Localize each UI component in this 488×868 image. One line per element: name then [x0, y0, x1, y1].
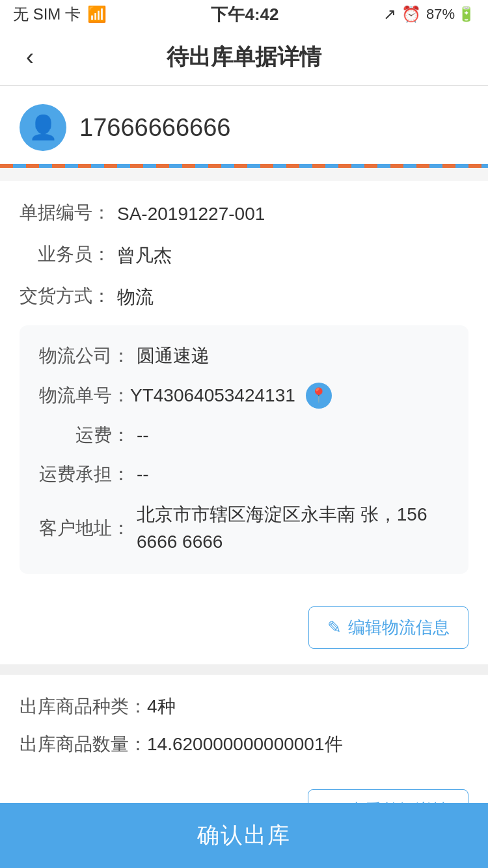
- tracking-number-row: 物流单号： YT43064053424131 📍: [39, 383, 449, 409]
- freight-bearer-label: 运费承担：: [39, 462, 130, 487]
- delivery-method-row: 交货方式： 物流: [20, 284, 468, 311]
- confirm-btn-bar[interactable]: 确认出库: [0, 803, 488, 868]
- battery-percent: 87%: [426, 6, 455, 23]
- confirm-btn-text: 确认出库: [197, 821, 291, 850]
- wifi-icon: 📶: [87, 5, 107, 23]
- status-right: ↗ ⏰ 87% 🔋: [383, 5, 475, 23]
- goods-type-row: 出库商品种类： 4种: [20, 694, 468, 719]
- battery-indicator: 87% 🔋: [426, 6, 475, 23]
- document-number-value: SA-20191227-001: [111, 200, 468, 228]
- document-number-label: 单据编号：: [20, 200, 111, 225]
- goods-quantity-row: 出库商品数量： 14.620000000000001件: [20, 732, 468, 757]
- status-left: 无 SIM 卡 📶: [13, 4, 107, 25]
- nav-bar: ‹ 待出库单据详情: [0, 29, 488, 86]
- tracking-number-value: YT43064053424131: [130, 385, 295, 406]
- section-divider: [0, 664, 488, 675]
- page-title: 待出库单据详情: [167, 42, 321, 72]
- goods-type-value: 4种: [147, 694, 176, 719]
- document-number-row: 单据编号： SA-20191227-001: [20, 200, 468, 228]
- edit-logistics-icon: ✎: [327, 617, 342, 638]
- back-button[interactable]: ‹: [20, 37, 40, 77]
- freight-row: 运费： --: [39, 423, 449, 448]
- sales-person-value: 曾凡杰: [111, 242, 468, 269]
- freight-label: 运费：: [39, 423, 130, 448]
- address-row: 客户地址： 北京市市辖区海淀区永丰南 张，156 6666 6666: [39, 501, 449, 556]
- order-info-section: 单据编号： SA-20191227-001 业务员： 曾凡杰 交货方式： 物流 …: [0, 181, 488, 593]
- sales-person-label: 业务员：: [20, 242, 111, 267]
- delivery-method-value: 物流: [111, 284, 468, 311]
- logistics-company-row: 物流公司： 圆通速递: [39, 344, 449, 368]
- tracking-number-label: 物流单号：: [39, 383, 130, 408]
- location-icon: ↗: [383, 5, 396, 23]
- freight-bearer-row: 运费承担： --: [39, 462, 449, 487]
- alarm-icon: ⏰: [401, 5, 421, 23]
- goods-type-label: 出库商品种类：: [20, 694, 147, 719]
- goods-quantity-label: 出库商品数量：: [20, 732, 147, 757]
- tracking-location-icon[interactable]: 📍: [306, 383, 332, 409]
- delivery-method-label: 交货方式：: [20, 284, 111, 308]
- sales-person-row: 业务员： 曾凡杰: [20, 242, 468, 269]
- goods-quantity-value: 14.620000000000001件: [147, 732, 343, 757]
- address-label: 客户地址：: [39, 516, 130, 541]
- logistics-company-value: 圆通速递: [130, 344, 449, 368]
- goods-section: 出库商品种类： 4种 出库商品数量： 14.620000000000001件: [0, 675, 488, 783]
- customer-header: 👤 17666666666: [0, 86, 488, 164]
- battery-icon: 🔋: [457, 6, 475, 23]
- main-content: 👤 17666666666 单据编号： SA-20191227-001 业务员：…: [0, 86, 488, 868]
- address-value: 北京市市辖区海淀区永丰南 张，156 6666 6666: [130, 501, 449, 556]
- customer-phone: 17666666666: [79, 114, 230, 142]
- tracking-number-container: YT43064053424131 📍: [130, 383, 332, 409]
- avatar-icon: 👤: [29, 114, 58, 141]
- dashed-divider: [0, 164, 488, 168]
- logistics-card: 物流公司： 圆通速递 物流单号： YT43064053424131 📍 运费： …: [20, 325, 468, 574]
- freight-value: --: [130, 425, 449, 446]
- edit-logistics-label: 编辑物流信息: [348, 616, 450, 639]
- status-bar: 无 SIM 卡 📶 下午4:42 ↗ ⏰ 87% 🔋: [0, 0, 488, 29]
- edit-logistics-section: ✎ 编辑物流信息: [0, 593, 488, 664]
- freight-bearer-value: --: [130, 464, 449, 485]
- logistics-company-label: 物流公司：: [39, 344, 130, 368]
- status-time: 下午4:42: [211, 3, 278, 26]
- carrier-label: 无 SIM 卡: [13, 4, 81, 25]
- avatar: 👤: [20, 104, 66, 151]
- edit-logistics-button[interactable]: ✎ 编辑物流信息: [308, 606, 468, 649]
